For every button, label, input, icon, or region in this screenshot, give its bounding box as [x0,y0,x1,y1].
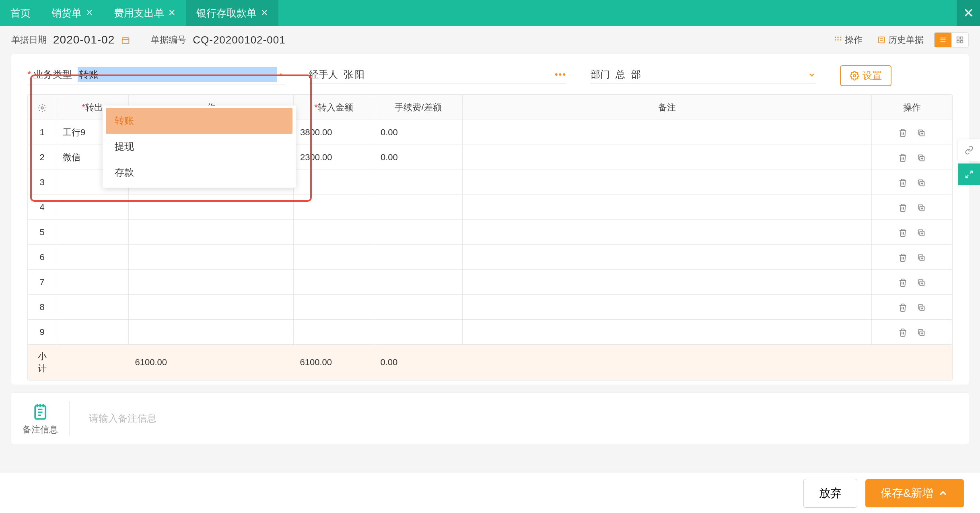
notes-icon [31,401,49,421]
chevron-up-icon[interactable] [277,70,285,79]
close-icon[interactable]: ✕ [168,8,175,18]
number-value: CQ-20200102-001 [193,34,285,46]
side-buttons [958,139,980,185]
save-add-button[interactable]: 保存&新增 [865,479,964,507]
delete-icon[interactable] [898,277,907,288]
dropdown-option-deposit[interactable]: 存款 [106,159,292,185]
copy-icon[interactable] [917,177,926,188]
copy-icon[interactable] [917,202,926,213]
footer: 放弃 保存&新增 [0,473,980,513]
svg-line-49 [970,171,972,174]
table-row[interactable]: 8 [28,295,952,320]
subtotal-in: 6100.00 [294,345,374,381]
subtotal-fee: 0.00 [374,345,463,381]
tab-sales[interactable]: 销货单✕ [41,0,103,26]
delete-icon[interactable] [898,227,907,238]
col-fee: 手续费/差额 [374,95,463,120]
copy-icon[interactable] [917,252,926,263]
actions-button[interactable]: 操作 [830,34,867,46]
svg-point-20 [853,74,856,77]
close-icon[interactable]: ✕ [86,8,93,18]
settings-button[interactable]: 设置 [840,65,891,86]
close-icon[interactable]: ✕ [261,8,268,18]
delete-icon[interactable] [898,127,907,138]
chevron-down-icon[interactable] [808,70,816,79]
svg-point-8 [837,39,839,41]
filter-card: *业务类型 转账 经手人 张阳 ••• 部门 总 部 设置 [11,54,969,385]
svg-point-9 [840,39,842,41]
svg-rect-16 [957,37,959,39]
link-icon[interactable] [958,139,980,161]
svg-rect-0 [122,38,129,44]
copy-icon[interactable] [917,302,926,312]
biz-type-dropdown: 转账 提现 存款 [103,105,296,188]
subtotal-label: 小计 [28,345,56,381]
table-row[interactable]: 5 [28,220,952,245]
content: *业务类型 转账 经手人 张阳 ••• 部门 总 部 设置 [0,54,980,385]
svg-rect-19 [961,41,963,43]
calendar-icon[interactable] [121,35,130,45]
subtotal-row: 小计 6100.00 6100.00 0.00 [28,345,952,381]
tab-expense[interactable]: 费用支出单✕ [103,0,186,26]
subtotal-out: 6100.00 [129,345,294,381]
table-row[interactable]: 6 [28,245,952,270]
table-row[interactable]: 7 [28,270,952,295]
expand-icon[interactable] [958,163,980,185]
dept-value[interactable]: 总 部 [616,68,808,81]
number-label: 单据编号 [151,34,186,46]
dropdown-option-withdraw[interactable]: 提现 [106,134,292,159]
svg-point-7 [835,39,836,41]
svg-point-21 [41,107,43,109]
copy-icon[interactable] [917,277,926,288]
col-remark: 备注 [463,95,872,120]
more-icon[interactable]: ••• [555,69,566,80]
biz-type-value[interactable]: 转账 [78,67,277,82]
date-value[interactable]: 2020-01-02 [53,33,115,46]
delete-icon[interactable] [898,152,907,163]
svg-rect-18 [957,41,959,43]
svg-point-5 [837,37,839,38]
date-label: 单据日期 [11,34,47,46]
delete-icon[interactable] [898,202,907,213]
discard-button[interactable]: 放弃 [803,479,857,508]
remarks-label: 备注信息 [23,424,58,436]
dropdown-option-transfer[interactable]: 转账 [106,108,292,134]
copy-icon[interactable] [917,327,926,337]
copy-icon[interactable] [917,127,926,138]
handler-field[interactable]: 经手人 张阳 ••• [309,68,566,84]
gear-icon-header[interactable] [28,95,56,120]
dept-field[interactable]: 部门 总 部 [591,68,816,84]
copy-icon[interactable] [917,227,926,238]
col-actions: 操作 [872,95,952,120]
svg-rect-17 [961,37,963,39]
delete-icon[interactable] [898,252,907,263]
remarks-input[interactable] [81,408,957,429]
view-toggle-grid[interactable] [951,33,968,47]
col-in-amount: *转入金额 [294,95,374,120]
delete-icon[interactable] [898,177,907,188]
history-button[interactable]: 历史单据 [873,34,928,46]
table-row[interactable]: 9 [28,320,952,345]
delete-icon[interactable] [898,302,907,312]
svg-point-6 [840,37,842,38]
tab-bar: 首页 销货单✕ 费用支出单✕ 银行存取款单✕ ✕ [0,0,980,26]
remarks-section: 备注信息 [11,393,969,444]
handler-value[interactable]: 张阳 [344,68,555,81]
view-toggle [934,32,969,48]
svg-line-50 [966,175,968,178]
close-panel-button[interactable]: ✕ [957,0,980,26]
copy-icon[interactable] [917,152,926,163]
header-row: 单据日期 2020-01-02 单据编号 CQ-20200102-001 操作 … [0,26,980,54]
biz-type-field[interactable]: *业务类型 转账 [27,67,285,85]
table-row[interactable]: 4 [28,195,952,220]
tab-bank[interactable]: 银行存取款单✕ [186,0,278,26]
svg-point-4 [835,37,836,38]
view-toggle-list[interactable] [935,33,951,47]
delete-icon[interactable] [898,327,907,337]
tab-home[interactable]: 首页 [0,0,41,26]
